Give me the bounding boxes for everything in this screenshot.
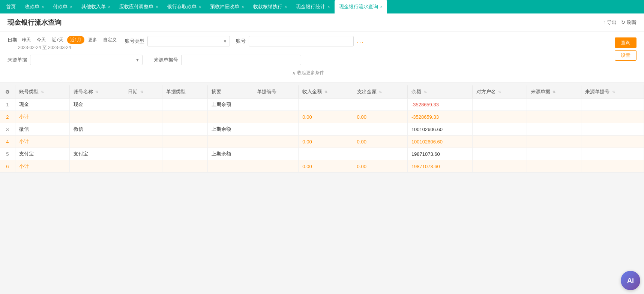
cell-account-name: 支付宝 [69, 148, 124, 160]
row-num: 2 [0, 111, 15, 123]
account-input[interactable] [249, 36, 354, 46]
date-btn-custom[interactable]: 自定义 [101, 36, 119, 44]
close-collection-tab[interactable]: × [285, 4, 287, 9]
sort-source-doc[interactable]: ⇅ [552, 90, 555, 94]
col-income: 收入金额 ⇅ [299, 85, 353, 98]
table-row[interactable]: 5 支付宝 支付宝 上期余额 19871073.60 [0, 148, 644, 160]
col-doc-type-label: 单据类型 [166, 89, 186, 94]
cell-source-doc [527, 98, 581, 111]
sort-balance[interactable]: ⇅ [424, 90, 427, 94]
col-source-doc-label: 来源单据 [531, 89, 550, 94]
sort-account-name[interactable]: ⇅ [95, 90, 98, 94]
col-account-type: 账号类型 ⇅ [15, 85, 69, 98]
cell-summary: 上期余额 [208, 123, 253, 136]
cell-date [124, 148, 162, 160]
account-filter-group: 账号 ... [236, 36, 364, 46]
date-range-display: 2023-02-24 至 2023-03-24 [18, 45, 71, 51]
col-counterpart-label: 对方户名 [476, 89, 496, 94]
sort-counterpart[interactable]: ⇅ [498, 90, 501, 94]
date-shortcuts: 昨天 今天 近7天 近1月 更多 自定义 [20, 36, 119, 44]
collapse-bar[interactable]: ∧ 收起更多条件 [8, 68, 609, 78]
row-num: 4 [0, 136, 15, 148]
cell-balance: 19871073.60 [407, 148, 472, 160]
query-button[interactable]: 查询 [615, 37, 636, 48]
col-counterpart: 对方户名 ⇅ [472, 85, 527, 98]
table-row[interactable]: 2 小计 0.00 0.00 -3528659.33 [0, 111, 644, 123]
cell-account-name [69, 160, 124, 173]
date-btn-yesterday[interactable]: 昨天 [20, 36, 33, 44]
cell-date [124, 160, 162, 173]
nav-item-home[interactable]: 首页 [2, 0, 20, 13]
data-table: ⚙ 账号类型 ⇅ 账号名称 ⇅ 日期 ⇅ 单据类型 摘要 [0, 85, 644, 173]
close-adjustment-tab[interactable]: × [156, 4, 158, 9]
cell-doc-type [162, 123, 208, 136]
nav-item-cash-stat[interactable]: 现金银行统计 × [291, 0, 334, 13]
sort-date[interactable]: ⇅ [140, 90, 143, 94]
close-receipt-tab[interactable]: × [42, 4, 44, 9]
cell-doc-type [162, 160, 208, 173]
cell-balance: 100102606.60 [407, 136, 472, 148]
filter-second-row: 来源单据 ▼ 来源单据号 [8, 55, 609, 65]
close-cash-flow-tab[interactable]: × [380, 4, 383, 9]
col-source-doc-no-label: 来源单据号 [585, 89, 609, 94]
header-actions: ↑ 导出 ↻ 刷新 [603, 19, 637, 26]
cell-source-doc [527, 111, 581, 123]
cell-source-doc-no [581, 111, 644, 123]
cell-doc-no [253, 160, 299, 173]
nav-item-other-income[interactable]: 其他收入单 × [77, 0, 115, 13]
nav-item-cash-flow[interactable]: 现金银行流水查询 × [335, 0, 387, 13]
date-filter-group: 日期 昨天 今天 近7天 近1月 更多 自定义 2023-02-24 至 202… [8, 36, 119, 51]
close-payment-tab[interactable]: × [70, 4, 72, 9]
cell-counterpart [472, 160, 527, 173]
cell-account-name: 微信 [69, 123, 124, 136]
nav-item-payment[interactable]: 付款单 × [48, 0, 77, 13]
date-btn-today[interactable]: 今天 [35, 36, 48, 44]
row-num: 5 [0, 148, 15, 160]
sort-expense[interactable]: ⇅ [379, 90, 382, 94]
close-cash-stat-tab[interactable]: × [327, 4, 330, 9]
table-row[interactable]: 4 小计 0.00 0.00 100102606.60 [0, 136, 644, 148]
cell-balance: 100102606.60 [407, 123, 472, 136]
source-doc-select-wrapper: ▼ [30, 55, 143, 65]
nav-item-receipt[interactable]: 收款单 × [20, 0, 48, 13]
cell-date [124, 111, 162, 123]
date-btn-more[interactable]: 更多 [86, 36, 99, 44]
cell-counterpart [472, 98, 527, 111]
account-type-select[interactable] [147, 36, 230, 46]
settings-button[interactable]: 设置 [615, 50, 636, 61]
source-doc-select[interactable] [30, 55, 143, 65]
nav-item-collection[interactable]: 收款核销执行 × [249, 0, 291, 13]
account-label: 账号 [236, 38, 246, 45]
source-doc-no-input[interactable] [181, 55, 301, 65]
cell-income [299, 98, 353, 111]
sort-income[interactable]: ⇅ [324, 90, 327, 94]
refresh-button[interactable]: ↻ 刷新 [621, 19, 636, 26]
nav-item-adjustment[interactable]: 应收应付调整单 × [115, 0, 162, 13]
account-more-dots[interactable]: ... [357, 38, 364, 45]
sort-source-doc-no[interactable]: ⇅ [612, 90, 615, 94]
cell-doc-type [162, 98, 208, 111]
sort-account-type[interactable]: ⇅ [41, 90, 44, 94]
date-btn-1month[interactable]: 近1月 [67, 36, 85, 44]
col-date: 日期 ⇅ [124, 85, 162, 98]
nav-item-bank-deposit[interactable]: 银行存取款单 × [163, 0, 206, 13]
col-expense-label: 支出金额 [357, 89, 377, 94]
date-btn-7days[interactable]: 近7天 [50, 36, 66, 44]
cell-source-doc-no [581, 98, 644, 111]
table-container: ⚙ 账号类型 ⇅ 账号名称 ⇅ 日期 ⇅ 单据类型 摘要 [0, 85, 644, 173]
table-row[interactable]: 6 小计 0.00 0.00 19871073.60 [0, 160, 644, 173]
close-prepayment-tab[interactable]: × [242, 4, 244, 9]
filter-action-buttons: 查询 设置 [615, 36, 636, 61]
col-settings[interactable]: ⚙ [0, 85, 15, 98]
close-bank-deposit-tab[interactable]: × [199, 4, 201, 9]
nav-item-prepayment[interactable]: 预收冲应收单 × [206, 0, 248, 13]
cell-doc-type [162, 148, 208, 160]
cell-date [124, 136, 162, 148]
cell-income [299, 148, 353, 160]
cell-doc-no [253, 123, 299, 136]
table-row[interactable]: 1 现金 现金 上期余额 -3528659.33 [0, 98, 644, 111]
export-button[interactable]: ↑ 导出 [603, 19, 617, 26]
table-row[interactable]: 3 微信 微信 上期余额 100102606.60 [0, 123, 644, 136]
cell-date [124, 123, 162, 136]
close-other-income-tab[interactable]: × [108, 4, 110, 9]
